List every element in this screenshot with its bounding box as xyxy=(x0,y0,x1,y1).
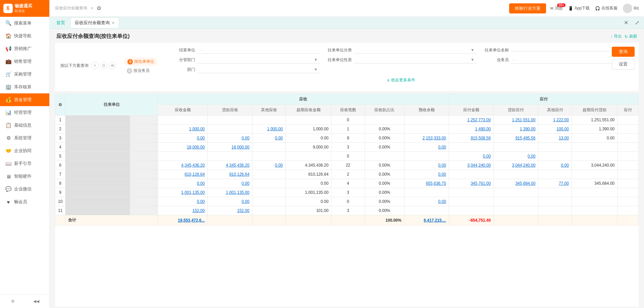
message-badge: 99+ xyxy=(557,3,566,7)
table-row: 11████████████152.00152.00101.0030.00% xyxy=(55,206,639,215)
table-row: 3████████████0.000.000.000.0090.00%2,153… xyxy=(55,134,639,143)
sidebar-item-inventory[interactable]: 🏢 库存核算 xyxy=(0,81,49,93)
scheme-partner-icon: 通 xyxy=(127,59,133,64)
sidebar-item-hardware[interactable]: 🖥 智能硬件 xyxy=(0,170,49,183)
table-wrapper[interactable]: ⚙ 往来单位 应收 应付 应收金额 贷款应收 其他应收 超期应收金额 应收笔数 xyxy=(55,94,639,307)
footer-ar-amount[interactable]: 19,553,472,6... xyxy=(158,215,208,225)
department-input[interactable]: ▼ xyxy=(197,66,320,73)
table-row: 10████████████0.000.000.0000.00%0.00 xyxy=(55,197,639,206)
table-row: 1████████████01,252,773.001,251,551.001,… xyxy=(55,116,639,125)
filter-edit-btn[interactable]: ⊙ xyxy=(100,62,107,69)
footer-empty xyxy=(55,215,65,225)
sidebar-item-finance[interactable]: 💰 资金管理 xyxy=(0,93,49,106)
refresh-btn[interactable]: ↻ 刷新 xyxy=(625,34,637,39)
scheme-salesperson-icon: 通 xyxy=(127,68,132,74)
sidebar-item-marketing[interactable]: 📢 营销推广 xyxy=(0,42,49,55)
footer-ar-loan xyxy=(208,215,252,225)
enterprise-icon: 🤝 xyxy=(5,148,11,154)
sidebar-item-sales[interactable]: 💼 销售管理 xyxy=(0,55,49,68)
footer-ar-ratio: 100.00% xyxy=(365,215,404,225)
gear-settings-icon[interactable]: ⚙ xyxy=(97,5,101,11)
sales-icon: 💼 xyxy=(5,58,11,64)
search-icon: 🔍 xyxy=(5,20,11,26)
filter-field-partner-category: 往来单位分类 ▼ xyxy=(325,47,476,54)
tab-home[interactable]: 首页 xyxy=(52,18,69,28)
col-settings-btn[interactable]: ⚙ xyxy=(55,94,65,116)
message-btn[interactable]: ✉ 消息 99+ xyxy=(550,5,563,11)
app-download-btn[interactable]: 📱 App下载 xyxy=(568,5,590,11)
sidebar-item-guide[interactable]: 📖 新手引导 xyxy=(0,157,49,170)
member-icon: ♥ xyxy=(5,199,11,205)
partner-category-input[interactable]: ▼ xyxy=(354,47,476,54)
partner-cell: ████████████ xyxy=(65,125,158,134)
col-ap-overdue: 超期应付贷款 xyxy=(572,105,617,116)
tab-close-btn[interactable]: ✕ xyxy=(112,21,115,25)
table-footer: 合计 19,553,472,6... 100.00% 6,417,215....… xyxy=(55,215,639,225)
sidebar-settings-btn[interactable]: ⚙ xyxy=(3,297,23,305)
table-row: 5████████████00.000.00 xyxy=(55,152,639,161)
online-service-btn[interactable]: 🎧 在线客服 xyxy=(595,5,618,11)
col-ap-group: 应付 xyxy=(449,94,638,105)
sidebar-item-member[interactable]: ♥ 畅会员 xyxy=(0,195,49,208)
partner-cell: 7 xyxy=(65,161,158,170)
app-download-icon: 📱 xyxy=(568,6,573,11)
avatar-image xyxy=(623,4,632,13)
field-label-department: 部门 xyxy=(168,67,195,73)
logo-text: 畅捷通买 标准版 xyxy=(15,3,32,13)
table-row: 8P0.000.000.0040.00%655,636.75345,761.00… xyxy=(55,179,639,188)
filter-scheme-partner[interactable]: 通 按往来单位 xyxy=(124,57,158,66)
tab-fullscreen-btn[interactable]: ⤢ xyxy=(633,19,641,27)
system-icon: ⚙ xyxy=(5,135,11,141)
operations-icon: 📊 xyxy=(5,109,11,116)
filter-collapse-btn[interactable]: ≪ xyxy=(109,62,116,69)
filter-label: 按以下方案查询 xyxy=(60,63,89,69)
collapse-more-btn[interactable]: ∧ 收起更多条件 xyxy=(168,76,633,84)
col-ap-loan: 贷款应付 xyxy=(494,105,538,116)
sidebar-collapse-btn[interactable]: ◀◀ xyxy=(26,297,47,305)
setting-button[interactable]: 设置 xyxy=(612,59,635,70)
sidebar-item-wechat[interactable]: 💬 企业微信 xyxy=(0,183,49,195)
col-ap-extra: 应付 xyxy=(618,105,639,116)
service-icon: 🎧 xyxy=(595,6,600,11)
user-avatar[interactable]: Rit xyxy=(623,4,639,13)
partner-nature-input[interactable]: ▼ xyxy=(354,56,476,63)
sidebar-item-operations[interactable]: 📊 经营管理 xyxy=(0,106,49,119)
tab-close-all-btn[interactable]: ✕ xyxy=(622,19,630,27)
message-icon: ✉ xyxy=(550,6,553,11)
query-button[interactable]: 查询 xyxy=(612,47,635,57)
dept-input[interactable]: ▼ xyxy=(197,56,320,63)
sidebar-item-system[interactable]: ⚙ 系统管理 xyxy=(0,132,49,144)
industry-btn[interactable]: 体验行业方案 xyxy=(509,3,546,13)
sidebar-item-purchase[interactable]: 🛒 采购管理 xyxy=(0,68,49,81)
col-ap-other: 其他应付 xyxy=(538,105,572,116)
sidebar-item-quick-nav[interactable]: 🏠 快捷导航 xyxy=(0,30,49,42)
export-btn[interactable]: ↑ 导出 xyxy=(610,34,622,39)
sidebar-item-search-menu[interactable]: 🔍 搜索菜单 xyxy=(0,17,49,30)
sidebar-item-enterprise[interactable]: 🤝 企业协同 xyxy=(0,144,49,157)
hardware-icon: 🖥 xyxy=(5,174,11,179)
filter-field-partner-nature: 往来单位性质 ▼ xyxy=(325,56,476,63)
page-header: 应收应付余额查询(按往来单位) ↑ 导出 ↻ 刷新 xyxy=(50,29,644,43)
field-label-settlement: 结算单位 xyxy=(168,47,195,53)
col-ar-group: 应收 xyxy=(158,94,449,105)
sidebar-item-basic[interactable]: 📋 基础信息 xyxy=(0,119,49,132)
filter-scheme-salesperson[interactable]: 通 按业务员 xyxy=(127,68,158,74)
tab-bar: 首页 应收应付余额查询 ✕ ✕ ⤢ xyxy=(50,17,644,29)
filter-add-btn[interactable]: + xyxy=(91,62,99,69)
footer-ar-overdue xyxy=(286,215,331,225)
header-icons: ✉ 消息 99+ 📱 App下载 🎧 在线客服 Rit xyxy=(550,4,639,13)
partner-cell: ████████████ xyxy=(65,143,158,152)
settlement-input[interactable]: ··· xyxy=(197,47,320,54)
footer-ar-prepaid[interactable]: 6,417,215.... xyxy=(404,215,449,225)
footer-ap-overdue xyxy=(572,215,617,225)
guide-icon: 📖 xyxy=(5,161,11,167)
col-ar-overdue: 超期应收金额 xyxy=(286,105,331,116)
field-label-partner-name: 往来单位名称 xyxy=(482,47,509,53)
filter-field-department: 部门 ▼ xyxy=(168,66,320,73)
footer-ar-other xyxy=(252,215,285,225)
purchase-icon: 🛒 xyxy=(5,71,11,77)
filter-field-settlement: 结算单位 ··· xyxy=(168,47,320,54)
col-ar-count: 应收笔数 xyxy=(331,105,365,116)
export-icon: ↑ xyxy=(610,34,612,39)
tab-ar-ap[interactable]: 应收应付余额查询 ✕ xyxy=(70,17,119,28)
